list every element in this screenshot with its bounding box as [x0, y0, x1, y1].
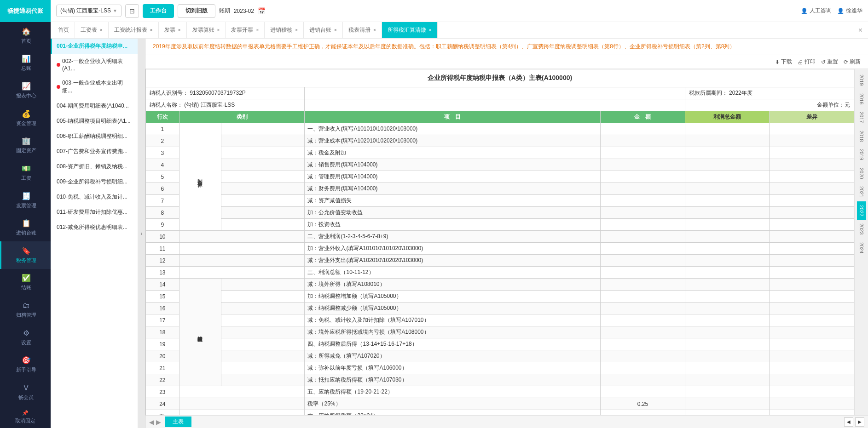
sidebar-item-settings[interactable]: ⚙ 设置 [0, 324, 51, 351]
download-icon: ⬇ [775, 59, 780, 65]
sidebar-bottom: 📌 取消固定 [0, 406, 51, 428]
tab-invoice-calc-close[interactable]: × [217, 28, 220, 33]
table-row: 7 减：资产减值损失 [146, 195, 854, 207]
cell-item-9: 加：投资收益 [305, 219, 601, 231]
cell-amount-4 [601, 159, 685, 171]
sidebar-item-salary[interactable]: 💵 工资 [0, 159, 51, 187]
print-button[interactable]: 🖨 打印 [798, 58, 816, 66]
left-panel-item-005[interactable]: 005-纳税调整项目明细表(A1... [51, 114, 138, 129]
cell-item-2: 减：营业成本(填写A102010\102020\103000) [305, 135, 601, 147]
sidebar-item-archive[interactable]: 🗂 归档管理 [0, 296, 51, 324]
company-selector[interactable]: (勾销) 江西服宝-LSS ▼ [56, 5, 122, 17]
left-panel-item-007[interactable]: 007-广告费和业务宣传费跑... [51, 144, 138, 159]
year-2017[interactable]: 2017 [857, 108, 866, 126]
year-2020[interactable]: 2020 [857, 164, 866, 183]
workbench-button[interactable]: 工作台 [143, 4, 174, 18]
tab-salary[interactable]: 工资表 × [75, 22, 109, 39]
tab-invoice-close[interactable]: × [178, 28, 181, 33]
left-panel-item-011[interactable]: 011-研发费用加计扣除优惠... [51, 205, 138, 220]
download-label: 下载 [781, 58, 792, 66]
tab-tax-clear-close[interactable]: × [373, 28, 376, 33]
user-name-label: 徐逢华 [846, 7, 862, 15]
tab-income-tax-close[interactable]: × [429, 28, 432, 33]
tab-tax-clear[interactable]: 税表清册 × [343, 22, 382, 39]
download-button[interactable]: ⬇ 下载 [775, 58, 792, 66]
sidebar-item-guide[interactable]: 🎯 新手引导 [0, 351, 51, 379]
tab-audit[interactable]: 进销稽核 × [265, 22, 304, 39]
left-panel-item-004[interactable]: 004-期间费用明细表(A1040... [51, 98, 138, 114]
tab-home[interactable]: 首页 [52, 22, 75, 39]
left-panel-item-001[interactable]: 001-企业所得税年度纳税申... [51, 39, 138, 54]
tab-prev-btn[interactable]: ◀ [149, 418, 154, 426]
sidebar-item-member[interactable]: V 畅会员 [0, 378, 51, 406]
sidebar-item-invoice[interactable]: 🧾 发票管理 [0, 187, 51, 214]
left-panel-item-009[interactable]: 009-企业所得税补亏损明细... [51, 174, 138, 189]
tab-salary-report[interactable]: 工资统计报表 × [109, 22, 159, 39]
table-container[interactable]: 企业所得税年度纳税申报表（A类）主表(A100000) 纳税人识别号： 9132… [145, 69, 854, 415]
copy-btn[interactable]: ⊡ [125, 4, 139, 18]
scroll-left-btn[interactable]: ◀ [844, 417, 853, 427]
left-panel-item-010[interactable]: 010-免税、减计收入及加计... [51, 189, 138, 205]
item-002-error-dot [57, 63, 60, 67]
tab-ledger[interactable]: 进销台账 × [304, 22, 343, 39]
item-001-label: 001-企业所得税年度纳税申... [57, 42, 127, 50]
left-panel-item-003[interactable]: 003-一般企业成本支出明细... [51, 75, 138, 98]
cell-amount-10 [601, 231, 685, 243]
tab-invoice-open[interactable]: 发票开票 × [226, 22, 265, 39]
cell-profit-11 [685, 243, 770, 255]
user-profile-btn[interactable]: 👤 徐逢华 [837, 7, 862, 15]
refresh-label: 刷新 [850, 58, 861, 66]
year-2022[interactable]: 2022 [857, 201, 866, 220]
table-row: 18 减：境外应税所得抵减境内亏损（填写A108000） [146, 326, 854, 338]
reset-button[interactable]: ↺ 重置 [821, 58, 838, 66]
sidebar-item-purchase[interactable]: 📋 进销台账 [0, 214, 51, 241]
left-panel-item-008[interactable]: 008-资产折旧、摊销及纳税... [51, 159, 138, 174]
user-service-btn[interactable]: 👤 人工咨询 [801, 7, 832, 15]
left-panel-item-002[interactable]: 002-一般企业收入明细表(A1... [51, 54, 138, 75]
tab-bar-close-btn[interactable]: × [853, 26, 868, 34]
tab-salary-report-close[interactable]: × [150, 28, 153, 33]
tab-invoice-calc[interactable]: 发票算账 × [187, 22, 226, 39]
year-2023[interactable]: 2023 [857, 220, 866, 238]
sidebar-item-finance[interactable]: 💰 资金管理 [0, 104, 51, 132]
refresh-button[interactable]: ⟳ 刷新 [844, 58, 861, 66]
year-2021[interactable]: 2021 [857, 183, 866, 201]
cell-diff-12 [770, 255, 854, 267]
cell-profit-21 [685, 362, 770, 374]
left-panel-item-012[interactable]: 012-减免所得税优惠明细表... [51, 220, 138, 235]
year-2016[interactable]: 2016 [857, 90, 866, 108]
left-panel-item-006[interactable]: 006-职工薪酬纳税调整明细... [51, 129, 138, 144]
tab-income-tax[interactable]: 所得税汇算清缴 × [382, 22, 438, 39]
user-avatar-icon: 👤 [837, 8, 844, 14]
year-2019[interactable]: 2019 [857, 145, 866, 164]
table-row: 24 税率（25%） 0.25 [146, 398, 854, 410]
cell-profit-23 [685, 386, 770, 398]
tab-ledger-close[interactable]: × [334, 28, 337, 33]
tab-audit-close[interactable]: × [295, 28, 298, 33]
sidebar-item-home[interactable]: 🏠 首页 [0, 22, 51, 50]
year-2018[interactable]: 2018 [857, 127, 866, 145]
switch-version-button[interactable]: 切到旧版 [178, 4, 215, 18]
cell-subcategory-15 [221, 291, 305, 302]
unpin-button[interactable]: 📌 取消固定 [0, 406, 51, 428]
cell-row-22: 22 [146, 374, 179, 386]
sidebar-label-home: 首页 [21, 38, 31, 45]
collapse-panel-btn[interactable]: ‹ [138, 39, 145, 428]
tab-invoice-open-close[interactable]: × [256, 28, 259, 33]
tab-invoice[interactable]: 发票 × [159, 22, 187, 39]
sidebar-item-ledger[interactable]: 📊 总账 [0, 49, 51, 77]
sidebar-item-assets[interactable]: 🏢 固定资产 [0, 131, 51, 159]
sidebar-item-reports[interactable]: 📈 报表中心 [0, 77, 51, 104]
cell-amount-21 [601, 362, 685, 374]
year-2024[interactable]: 2024 [857, 239, 866, 257]
sidebar-item-close[interactable]: ✅ 结账 [0, 269, 51, 297]
cell-diff-10 [770, 231, 854, 243]
tab-salary-label: 工资表 [81, 26, 97, 34]
year-2019-first[interactable]: 2019 [857, 71, 866, 89]
cell-diff-14 [770, 279, 854, 291]
tab-next-btn[interactable]: ▶ [156, 418, 161, 426]
scroll-right-btn[interactable]: ▶ [855, 417, 864, 427]
bottom-tab-main[interactable]: 主表 [165, 417, 191, 427]
tab-salary-close[interactable]: × [100, 28, 103, 33]
sidebar-item-tax[interactable]: 🔖 税务管理 [0, 241, 51, 269]
